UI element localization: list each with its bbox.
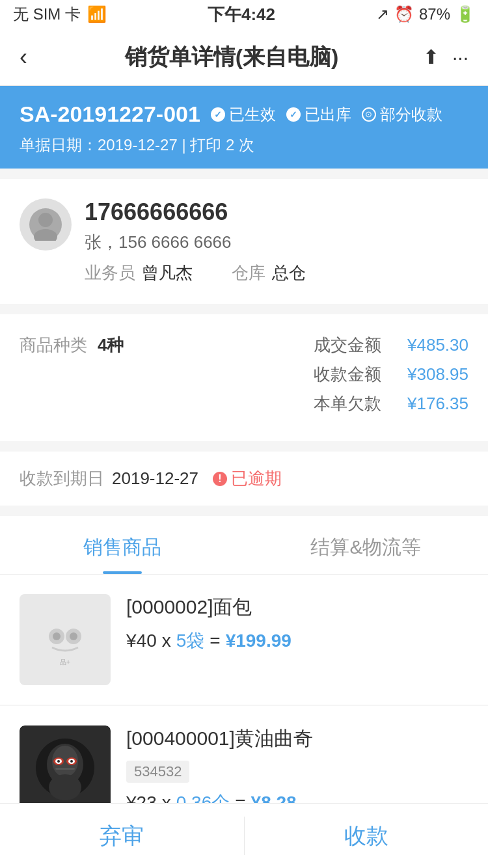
sales-value: 曾凡杰 xyxy=(142,262,193,284)
price-qty-1: 5袋 xyxy=(176,629,205,653)
types-value: 4种 xyxy=(98,334,124,357)
battery-text: 87% xyxy=(419,5,450,23)
user-avatar-svg xyxy=(29,208,62,241)
badge-shipped: ✓ 已出库 xyxy=(286,104,351,125)
svg-point-16 xyxy=(57,760,60,763)
order-header-top: SA-20191227-001 ✓ 已生效 ✓ 已出库 ⊙ 部分收款 xyxy=(20,102,468,127)
owed-label: 本单欠款 xyxy=(314,392,381,415)
check-icon-1: ✓ xyxy=(211,107,225,122)
owed-row: 本单欠款 ¥176.35 xyxy=(314,392,468,415)
order-id: SA-20191227-001 xyxy=(20,102,200,127)
order-print: 打印 2 次 xyxy=(190,136,254,154)
badge-partial: ⊙ 部分收款 xyxy=(362,104,442,125)
battery-icon: 🔋 xyxy=(455,5,475,23)
customer-section: 17666666666 张，156 6666 6666 业务员 曾凡杰 仓库 总… xyxy=(0,179,488,304)
order-separator: | xyxy=(182,136,190,154)
status-badges: ✓ 已生效 ✓ 已出库 ⊙ 部分收款 xyxy=(211,104,442,125)
order-header: SA-20191227-001 ✓ 已生效 ✓ 已出库 ⊙ 部分收款 单据日期：… xyxy=(0,86,488,169)
overdue-badge: ! 已逾期 xyxy=(213,467,282,490)
back-button[interactable]: ‹ xyxy=(20,44,27,71)
product-image-placeholder-1: 品+ xyxy=(33,607,98,672)
received-value: ¥308.95 xyxy=(407,364,468,385)
share-icon[interactable]: ⬆ xyxy=(423,46,439,68)
wifi-icon: 📶 xyxy=(87,5,107,23)
summary-section: 商品种类 4种 成交金额 ¥485.30 收款金额 ¥308.95 本单欠款 ¥… xyxy=(0,314,488,441)
svg-point-1 xyxy=(34,229,57,241)
summary-right: 成交金额 ¥485.30 收款金额 ¥308.95 本单欠款 ¥176.35 xyxy=(314,334,468,422)
product-price-1: ¥40 x 5袋 = ¥199.99 xyxy=(126,629,468,653)
amount-value: ¥485.30 xyxy=(407,335,468,355)
confirm-button[interactable]: 收款 xyxy=(245,804,489,868)
customer-avatar xyxy=(20,198,72,251)
order-date: 单据日期：2019-12-27 xyxy=(20,136,178,154)
svg-point-0 xyxy=(38,213,53,227)
more-icon[interactable]: ··· xyxy=(452,46,468,68)
confirm-label: 收款 xyxy=(344,821,388,851)
page-title: 销货单详情(来自电脑) xyxy=(40,42,423,72)
carrier-text: 无 SIM 卡 xyxy=(13,4,81,25)
overdue-date: 2019-12-27 xyxy=(112,468,198,489)
overdue-section: 收款到期日 2019-12-27 ! 已逾期 xyxy=(0,452,488,506)
avatar-icon xyxy=(29,208,62,241)
nav-bar: ‹ 销货单详情(来自电脑) ⬆ ··· xyxy=(0,29,488,86)
price-x-1: x xyxy=(162,631,171,651)
product-name-1: [0000002]面包 xyxy=(126,594,468,621)
product-tag-2: 534532 xyxy=(126,761,189,783)
customer-info: 17666666666 张，156 6666 6666 业务员 曾凡杰 仓库 总… xyxy=(85,198,468,284)
status-right: ↗ ⏰ 87% 🔋 xyxy=(376,5,475,23)
product-info-1: [0000002]面包 ¥40 x 5袋 = ¥199.99 xyxy=(126,594,468,653)
overdue-status: 已逾期 xyxy=(231,467,282,490)
badge-active-label: 已生效 xyxy=(229,104,276,125)
tabs-section: 销售商品 结算&物流等 xyxy=(0,516,488,575)
tab-settlement[interactable]: 结算&物流等 xyxy=(244,516,488,574)
svg-point-19 xyxy=(49,774,81,800)
alarm-icon: ⏰ xyxy=(394,5,414,23)
warehouse-value: 总仓 xyxy=(272,262,306,284)
svg-point-6 xyxy=(70,632,77,640)
cancel-label: 弃审 xyxy=(100,821,144,851)
price-eq-1: = xyxy=(210,631,220,651)
tab-sales-products-label: 销售商品 xyxy=(83,536,161,558)
svg-text:品+: 品+ xyxy=(60,658,70,666)
tab-sales-products[interactable]: 销售商品 xyxy=(0,516,244,574)
status-bar: 无 SIM 卡 📶 下午4:42 ↗ ⏰ 87% 🔋 xyxy=(0,0,488,29)
product-info-2: [000400001]黄油曲奇 534532 ¥23 x 0.36个 = ¥8.… xyxy=(126,726,468,815)
received-row: 收款金额 ¥308.95 xyxy=(314,363,468,386)
customer-meta: 业务员 曾凡杰 仓库 总仓 xyxy=(85,262,468,284)
svg-point-17 xyxy=(70,760,73,763)
overdue-label: 收款到期日 xyxy=(20,467,104,490)
customer-id: 17666666666 xyxy=(85,198,468,226)
product-types: 商品种类 4种 xyxy=(20,334,124,357)
nav-actions: ⬆ ··· xyxy=(423,46,468,68)
location-icon: ↗ xyxy=(376,5,389,23)
price-total-1: ¥199.99 xyxy=(226,631,291,651)
warehouse-label: 仓库 xyxy=(232,262,265,284)
cancel-button[interactable]: 弃审 xyxy=(0,804,244,868)
order-meta: 单据日期：2019-12-27 | 打印 2 次 xyxy=(20,135,468,156)
bottom-bar: 弃审 收款 xyxy=(0,803,488,868)
badge-shipped-label: 已出库 xyxy=(305,104,351,125)
badge-partial-label: 部分收款 xyxy=(380,104,442,125)
sales-label: 业务员 xyxy=(85,262,135,284)
tab-settlement-label: 结算&物流等 xyxy=(310,536,421,558)
status-left: 无 SIM 卡 📶 xyxy=(13,4,107,25)
badge-active: ✓ 已生效 xyxy=(211,104,276,125)
product-card-1: 品+ [0000002]面包 ¥40 x 5袋 = ¥199.99 xyxy=(0,575,488,705)
sales-meta: 业务员 曾凡杰 xyxy=(85,262,193,284)
warehouse-meta: 仓库 总仓 xyxy=(232,262,306,284)
amount-row: 成交金额 ¥485.30 xyxy=(314,334,468,357)
price-base-1: ¥40 xyxy=(126,631,157,651)
check-icon-2: ✓ xyxy=(286,107,301,122)
amount-label: 成交金额 xyxy=(314,334,381,357)
customer-name: 张，156 6666 6666 xyxy=(85,231,468,254)
owed-value: ¥176.35 xyxy=(407,394,468,414)
product-name-2: [000400001]黄油曲奇 xyxy=(126,726,468,752)
svg-rect-18 xyxy=(55,768,75,770)
svg-point-5 xyxy=(53,632,61,640)
types-label: 商品种类 xyxy=(20,334,87,357)
products-section: 品+ [0000002]面包 ¥40 x 5袋 = ¥199.99 xyxy=(0,575,488,836)
summary-left: 商品种类 4种 xyxy=(20,334,124,357)
product-thumb-placeholder-1: 品+ xyxy=(20,594,111,685)
overdue-dot-icon: ! xyxy=(213,472,227,486)
received-label: 收款金额 xyxy=(314,363,381,386)
